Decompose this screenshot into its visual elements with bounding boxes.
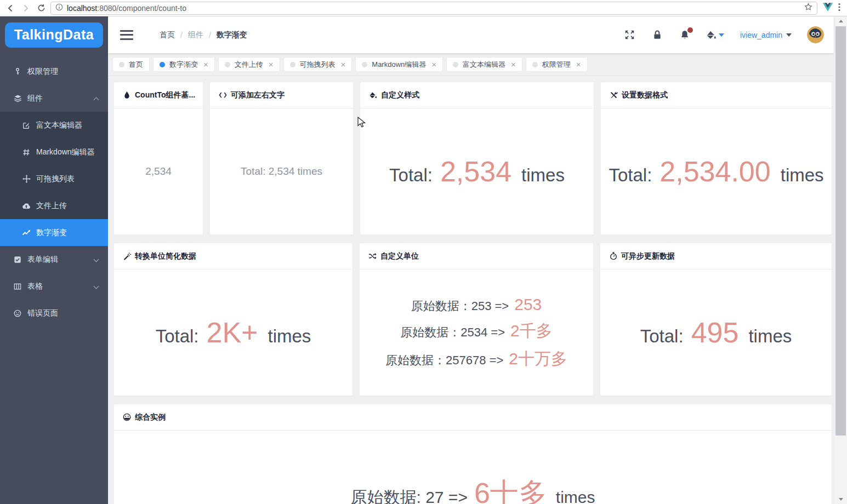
breadcrumb: 首页 / 组件 / 数字渐变 bbox=[160, 30, 247, 40]
theme-switch-icon[interactable] bbox=[706, 29, 725, 41]
unit-row: 原始数据：2534 =>2千多 bbox=[400, 320, 552, 342]
forward-icon[interactable] bbox=[20, 2, 32, 14]
open-tabs-bar: 首页 数字渐变 × 文件上传 × 可拖拽列表 × Markdown编辑器 × bbox=[108, 53, 834, 76]
vue-devtools-icon[interactable] bbox=[823, 3, 833, 14]
sidebar-item-label: 数字渐变 bbox=[36, 228, 98, 238]
card-title: 可添加左右文字 bbox=[231, 90, 285, 100]
tab-dot-icon bbox=[453, 62, 458, 67]
tab-label: 可拖拽列表 bbox=[300, 60, 336, 70]
page-content: CountTo组件基... 2,534 可添加左右文字 Total: 2,534… bbox=[108, 76, 834, 504]
card-unit-simplify: 转换单位简化数据 Total:2K+times bbox=[113, 243, 353, 396]
tab-close-icon[interactable]: × bbox=[341, 60, 346, 68]
tab-close-icon[interactable]: × bbox=[511, 60, 516, 68]
paint-bucket-icon bbox=[369, 91, 377, 99]
cloud-upload-icon bbox=[22, 202, 31, 210]
move-icon bbox=[22, 175, 31, 184]
compose-icon bbox=[22, 121, 31, 130]
tab-label: 权限管理 bbox=[542, 60, 571, 70]
tab-label: 首页 bbox=[129, 60, 143, 70]
count-text: Total: 2,534 times bbox=[241, 165, 322, 177]
hash-icon bbox=[22, 148, 31, 157]
sidebar-item-table[interactable]: 表格 bbox=[0, 273, 108, 300]
count-display: Total:495times bbox=[640, 316, 792, 349]
code-icon bbox=[219, 91, 227, 99]
scroll-up-arrow-icon[interactable] bbox=[834, 16, 847, 26]
tab-close-icon[interactable]: × bbox=[431, 60, 436, 68]
address-bar[interactable]: localhost:8080/component/count-to bbox=[50, 2, 817, 15]
bookmark-star-icon[interactable] bbox=[804, 3, 812, 13]
fullscreen-icon[interactable] bbox=[624, 29, 636, 41]
sidebar-item-draggable[interactable]: 可拖拽列表 bbox=[0, 165, 108, 192]
chrome-menu-icon[interactable] bbox=[838, 3, 840, 14]
tab-rich-editor[interactable]: 富文本编辑器 × bbox=[446, 57, 522, 72]
tab-draggable[interactable]: 可拖拽列表 × bbox=[283, 57, 353, 72]
lock-icon[interactable] bbox=[651, 29, 663, 41]
sidebar-item-label: 可拖拽列表 bbox=[36, 174, 98, 184]
site-info-icon[interactable] bbox=[55, 3, 63, 13]
hamburger-menu-icon[interactable] bbox=[120, 30, 133, 40]
unit-conversion-list: 原始数据：253 =>253 原始数据：2534 =>2千多 原始数据：2576… bbox=[385, 295, 567, 370]
tab-count-to[interactable]: 数字渐变 × bbox=[153, 57, 215, 72]
breadcrumb-home[interactable]: 首页 bbox=[160, 30, 175, 40]
card-title: 可异步更新数据 bbox=[621, 251, 675, 261]
tab-dot-icon bbox=[160, 62, 165, 67]
tab-dot-icon bbox=[225, 62, 230, 67]
trending-up-icon bbox=[22, 228, 31, 237]
user-menu[interactable]: iview_admin bbox=[740, 31, 792, 39]
sidebar-menu: 权限管理 组件 富文本编辑器 bbox=[0, 53, 108, 327]
sidebar-item-label: 表单编辑 bbox=[27, 255, 94, 265]
table-icon bbox=[13, 282, 22, 291]
tab-label: Markdown编辑器 bbox=[372, 60, 426, 70]
user-dropdown-arrow bbox=[786, 33, 792, 37]
stopwatch-icon bbox=[609, 252, 617, 260]
tab-upload[interactable]: 文件上传 × bbox=[218, 57, 280, 72]
card-title: 转换单位简化数据 bbox=[135, 251, 196, 261]
tab-close-icon[interactable]: × bbox=[269, 60, 274, 68]
sidebar-item-label: 文件上传 bbox=[36, 201, 98, 211]
card-custom-style: 自定义样式 Total:2,534times bbox=[360, 82, 594, 235]
card-left-right-text: 可添加左右文字 Total: 2,534 times bbox=[209, 82, 354, 235]
chevron-down-icon bbox=[94, 257, 99, 262]
unit-row: 原始数据：253 =>253 bbox=[411, 295, 542, 314]
count-display: 原始数据: 27 =>6十多times bbox=[350, 474, 595, 504]
card-number-format: 设置数据格式 Total:2,534.00times bbox=[600, 82, 832, 235]
card-title: 自定义样式 bbox=[381, 90, 419, 100]
scrollbar-thumb[interactable] bbox=[835, 26, 846, 436]
refresh-icon[interactable] bbox=[35, 2, 47, 14]
count-display: Total:2,534.00times bbox=[609, 155, 823, 188]
sidebar-item-error-page[interactable]: 错误页面 bbox=[0, 300, 108, 327]
sidebar-item-count-to[interactable]: 数字渐变 bbox=[0, 219, 108, 246]
tab-markdown[interactable]: Markdown编辑器 × bbox=[355, 57, 443, 72]
card-countto-basic: CountTo组件基... 2,534 bbox=[113, 82, 203, 235]
tab-dot-icon bbox=[290, 62, 295, 67]
card-title: 设置数据格式 bbox=[622, 90, 668, 100]
tab-dot-icon bbox=[362, 62, 367, 67]
sidebar-item-rich-editor[interactable]: 富文本编辑器 bbox=[0, 112, 108, 139]
sidebar-item-upload[interactable]: 文件上传 bbox=[0, 192, 108, 219]
sidebar-item-label: 错误页面 bbox=[27, 308, 98, 318]
card-title: CountTo组件基... bbox=[135, 90, 195, 100]
sidebar-item-markdown[interactable]: Markdown编辑器 bbox=[0, 139, 108, 165]
tab-close-icon[interactable]: × bbox=[203, 60, 208, 68]
sidebar-item-components[interactable]: 组件 bbox=[0, 85, 108, 112]
back-icon[interactable] bbox=[4, 2, 16, 14]
avatar[interactable] bbox=[807, 26, 824, 43]
notification-badge bbox=[687, 27, 693, 33]
scroll-down-arrow-icon[interactable] bbox=[834, 495, 847, 504]
sidebar-item-label: 表格 bbox=[27, 282, 94, 291]
app-header: 首页 / 组件 / 数字渐变 bbox=[108, 16, 834, 53]
tab-label: 富文本编辑器 bbox=[463, 60, 505, 70]
logo-area[interactable]: TalkingData bbox=[0, 16, 108, 53]
chevron-up-icon bbox=[94, 97, 99, 102]
sidebar-item-form-edit[interactable]: 表单编辑 bbox=[0, 246, 108, 273]
tab-home[interactable]: 首页 bbox=[112, 57, 150, 72]
notification-bell-icon[interactable] bbox=[679, 29, 691, 41]
tab-close-icon[interactable]: × bbox=[576, 60, 581, 68]
tab-permission[interactable]: 权限管理 × bbox=[526, 57, 588, 72]
breadcrumb-section[interactable]: 组件 bbox=[188, 30, 203, 40]
sidebar-item-label: 富文本编辑器 bbox=[36, 121, 98, 130]
page-scrollbar[interactable] bbox=[834, 16, 847, 504]
sidebar-item-label: 权限管理 bbox=[27, 67, 98, 77]
sidebar-item-permission[interactable]: 权限管理 bbox=[0, 58, 108, 85]
tools-icon bbox=[610, 91, 618, 99]
